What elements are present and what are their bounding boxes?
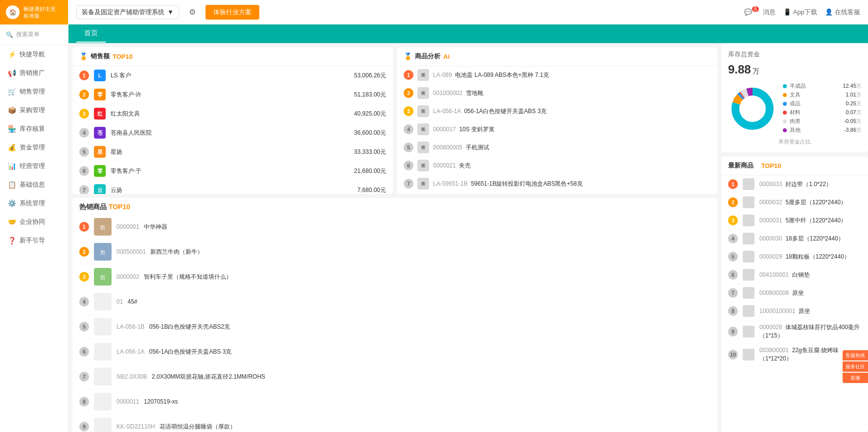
list-item: 4 0000030 18多层（1220*2440） [721, 230, 868, 248]
customer-ranking-panel: 🏅 销售额 TOP10 1 L LS 客户 53,006.26元 [72, 47, 393, 194]
sales-icon: 🛒 [8, 88, 16, 96]
online-service-button[interactable]: 👤 在线客服 [825, 8, 860, 17]
inventory-panel: 库存总资金 9.88 万 [721, 43, 868, 152]
sidebar-item-marketing[interactable]: 📢 营销推广 [0, 64, 68, 82]
app-download-button[interactable]: 📱 App下载 [783, 8, 817, 17]
sidebar-search[interactable]: 🔍 搜索菜单 [0, 24, 68, 45]
list-item: 2 零 零售客户·许 51,183.00元 [72, 85, 393, 104]
product-ranking-header: 🏅 商品分析 Ai [397, 47, 717, 66]
product-info: 0000032 5厘多层（1220*2440） [759, 198, 861, 207]
product-info: 000800008 原坐 [759, 289, 861, 297]
list-item: 3 图 LA-056-1A 056-1A白色按键开关盖ABS 3克 [397, 102, 717, 120]
page-tab-bar: 首页 [69, 24, 868, 43]
legend-item: 半成品 12.45万 [783, 82, 861, 90]
list-item: 7 图 LA-59651-1B 59651-1B旋转投影灯电池盒ABS黑色+58… [397, 175, 717, 193]
sidebar-item-sales[interactable]: 🛒 销售管理 [0, 82, 68, 101]
inventory-chart-area: 半成品 12.45万 文具 1.01万 成品 0.25万 [728, 82, 861, 135]
sidebar-item-inventory[interactable]: 🏪 库存核算 [0, 120, 68, 138]
system-selector[interactable]: 装备及固定资产辅助管理系统 ▼ [76, 5, 179, 19]
rank-number: 5 [728, 252, 738, 262]
list-item: 6 LA-056-1A 056-1A白色按键开关盖ABS 3克 [72, 339, 717, 364]
rank-number: 5 [79, 322, 89, 332]
legend-item: 肉类 -0.05万 [783, 118, 861, 125]
product-info: 0000002 智利车子里（规格不知道填什么） [116, 273, 710, 281]
svg-text:图: 图 [100, 275, 105, 280]
product-thumb [743, 233, 754, 244]
legend-item: 文具 1.01万 [783, 91, 861, 98]
logo-text: 畅捷通好生意 标准版 [23, 5, 56, 20]
inventory-legend: 半成品 12.45万 文具 1.01万 成品 0.25万 [783, 82, 861, 135]
product-image [94, 368, 112, 385]
finance-icon: 💰 [8, 144, 16, 151]
product-image [94, 393, 112, 410]
rank-number: 1 [79, 222, 89, 232]
sidebar-item-purchase[interactable]: 📦 采购管理 [0, 101, 68, 120]
messages-button[interactable]: 💬 6 消息 [744, 8, 776, 17]
avatar: 苍 [94, 127, 106, 139]
legend-dot [783, 84, 787, 88]
tab-home[interactable]: 首页 [76, 25, 106, 43]
product-thumb [743, 305, 754, 317]
customer-value: 21,680.00元 [354, 167, 386, 175]
product-name: LA-089 电池盖 LA-089 ABS本色+黑种 7.1克 [433, 71, 710, 79]
customer-value: 53,006.26元 [354, 72, 386, 80]
avatar: 红 [94, 108, 106, 120]
rank-number: 2 [79, 90, 89, 99]
product-thumb [743, 349, 754, 360]
sidebar-item-basic-info[interactable]: 📋 基础信息 [0, 175, 68, 194]
sidebar-item-finance[interactable]: 💰 资金管理 [0, 138, 68, 157]
sidebar: 🏠 畅捷通好生意 标准版 🔍 搜索菜单 ⚡ 快捷导航 📢 营销推广 🛒 销售管理… [0, 0, 69, 432]
list-item: 7 000800008 原坐 [721, 284, 868, 302]
product-image: 图 [94, 268, 112, 286]
product-thumb: 图 [417, 160, 429, 171]
enterprise-icon: 🤝 [8, 218, 16, 226]
list-item: 7 NB2.0X30B 2.0X30MM双搓花轴,搓花直径2.1MM/ROHS [72, 364, 717, 389]
list-item: 5 0000029 18颗粒板（1220*2440） [721, 248, 868, 266]
product-image [94, 343, 112, 360]
chevron-down-icon: ▼ [167, 8, 174, 16]
float-service: 客服热线 服务社区 直播 [843, 350, 868, 383]
rank-number: 4 [79, 128, 89, 138]
sidebar-item-system[interactable]: ⚙️ 系统管理 [0, 194, 68, 213]
customer-ranking-body: 1 L LS 客户 53,006.26元 2 零 零售客户·许 51,183.0… [72, 66, 393, 194]
list-item: 4 01 45# [72, 289, 717, 314]
rank-number: 7 [404, 179, 413, 189]
product-thumb: 图 [417, 142, 429, 153]
product-info: 0000031 5厘中纤（1220*2440） [759, 216, 861, 225]
rank-number: 3 [79, 109, 89, 119]
sidebar-item-enterprise[interactable]: 🤝 企业协同 [0, 213, 68, 231]
product-name: 0000021 夹壳 [433, 162, 710, 170]
topbar: 装备及固定资产辅助管理系统 ▼ ⚙ 体验行业方案 💬 6 消息 📱 App下载 … [69, 0, 868, 24]
rank-number: 8 [79, 397, 89, 407]
trial-btn[interactable]: 体验行业方案 [206, 5, 259, 20]
legend-dot [783, 93, 787, 97]
product-name: 0000017 10S 变斜罗浆 [433, 125, 710, 134]
float-community-btn[interactable]: 服务社区 [843, 361, 868, 372]
settings-button[interactable]: ⚙ [185, 5, 200, 20]
legend-dot [783, 120, 787, 123]
marketing-icon: 📢 [8, 69, 16, 77]
list-item: 6 图 0000021 夹壳 [397, 157, 717, 175]
inventory-caption: 库存资金占比 [728, 138, 861, 145]
product-thumb [743, 287, 754, 299]
sidebar-item-operations[interactable]: 📊 经营管理 [0, 157, 68, 175]
content-area: 🏅 销售额 TOP10 1 L LS 客户 53,006.26元 [69, 43, 868, 432]
rank-number: 6 [79, 347, 89, 357]
float-service-btn[interactable]: 客服热线 [843, 350, 868, 360]
sidebar-item-quick-nav[interactable]: ⚡ 快捷导航 [0, 45, 68, 64]
list-item: 9 KK-SD22110H 花语萌恒温分腿睡袋（厚款） [72, 414, 717, 432]
float-live-btn[interactable]: 直播 [843, 373, 868, 383]
customer-name: 零售客户·于 [111, 167, 349, 175]
product-thumb [743, 269, 754, 281]
list-item: 5 星 星扬 33,333.00元 [72, 143, 393, 162]
list-item: 5 LA-056-1B 056-1B白色按键开关壳ABS2克 [72, 314, 717, 339]
product-thumb [743, 251, 754, 263]
hot-products-panel: 热销商品 TOP10 1 图 0000001 中华神器 [72, 198, 717, 432]
rank-number: 2 [79, 247, 89, 257]
rank-number: 1 [404, 70, 413, 80]
product-thumb: 图 [417, 87, 429, 99]
phone-icon: 📱 [783, 8, 791, 16]
customer-value: 51,183.00元 [354, 91, 386, 99]
list-item: 1 L LS 客户 53,006.26元 [72, 66, 393, 85]
sidebar-item-guide[interactable]: ❓ 新手引导 [0, 231, 68, 250]
